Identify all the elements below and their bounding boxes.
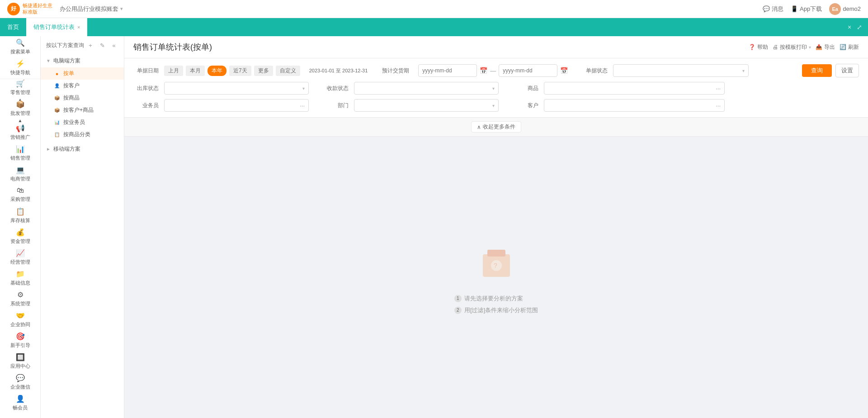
date-btn-7days[interactable]: 近7天	[229, 66, 251, 76]
print-caret-icon: ▾	[809, 45, 811, 50]
tab-close-btn[interactable]: ×	[77, 24, 80, 30]
print-btn[interactable]: 🖨 按模板打印 ▾	[773, 43, 811, 51]
wechat-icon: 💬	[16, 374, 25, 382]
goods-ellipsis-btn[interactable]: ···	[716, 85, 721, 92]
filter-row-2: 出库状态 ▾ 收款状态 ▾ 商品 ···	[133, 82, 859, 95]
logo-area[interactable]: 好 畅捷通好生意 标准版	[7, 3, 52, 15]
salesman-input[interactable]: ···	[164, 99, 309, 112]
by-product-icon: 📦	[53, 95, 61, 102]
date-btn-last-month[interactable]: 上月	[164, 66, 183, 76]
maximize-window-btn[interactable]: ⤢	[856, 24, 863, 30]
query-btn[interactable]: 查询	[802, 64, 832, 77]
search-menu-icon: 🔍	[16, 38, 25, 47]
close-window-btn[interactable]: ×	[846, 24, 853, 30]
calendar-start-icon[interactable]: 📅	[480, 67, 487, 74]
page-actions: ❓ 帮助 🖨 按模板打印 ▾ 📤 导出 🔄 刷新	[749, 43, 859, 57]
sidebar-item-newguide[interactable]: 🎯 新手引导	[0, 330, 40, 351]
left-panel-header: 按以下方案查询 + ✎ «	[41, 36, 124, 52]
sidebar-item-basic[interactable]: 📁 基础信息	[0, 267, 40, 288]
mobile-expand-icon: ►	[46, 147, 51, 152]
tree-child-by-product[interactable]: 📦 按商品	[41, 92, 124, 104]
collection-status-select[interactable]: ▾	[354, 82, 499, 95]
sidebar-item-finance[interactable]: 💰 资金管理	[0, 226, 40, 247]
salesman-label: 业务员	[133, 102, 159, 109]
export-btn[interactable]: 📤 导出	[816, 43, 835, 51]
goods-filter-group: ···	[544, 82, 859, 95]
collapse-icon: ∧	[477, 124, 481, 130]
sidebar-item-ecom[interactable]: 💻 电商管理	[0, 163, 40, 184]
message-btn[interactable]: 💬 消息	[763, 5, 783, 13]
customer-filter-group: ···	[544, 99, 859, 112]
dept-select[interactable]: ▾	[354, 99, 499, 112]
date-btn-this-month[interactable]: 本月	[186, 66, 205, 76]
sidebar-item-wholesale[interactable]: 📦 批发管理 ▲	[0, 101, 40, 122]
date-btn-this-year[interactable]: 本年	[208, 66, 226, 76]
tree-parent-mobile[interactable]: ► 移动端方案	[41, 142, 124, 156]
app-download-btn[interactable]: 📱 App下载	[791, 5, 822, 13]
user-area[interactable]: Ea demo2	[829, 3, 861, 15]
tree-child-by-category[interactable]: 📋 按商品分类	[41, 128, 124, 141]
operation-icon: 📈	[16, 249, 25, 257]
filter-row-1: 单据日期 上月 本月 本年 近7天 更多 自定义 2023-01-01 至 20…	[133, 64, 859, 77]
tab-sales-stat[interactable]: 销售订单统计表 ×	[26, 18, 87, 36]
dept-caret-icon: ▾	[492, 103, 495, 108]
status-select[interactable]: ▾	[613, 64, 749, 77]
sidebar-item-enterprise[interactable]: 🤝 企业协同	[0, 309, 40, 330]
date-btn-custom[interactable]: 自定义	[276, 66, 300, 76]
desktop-expand-icon: ▼	[46, 58, 51, 63]
sidebar-item-inventory[interactable]: 📋 库存核算	[0, 205, 40, 226]
sidebar-item-operation[interactable]: 📈 经营管理	[0, 247, 40, 267]
left-panel-title: 按以下方案查询	[46, 42, 84, 49]
sidebar-item-retail[interactable]: 🛒 零售管理 ▲	[0, 80, 40, 101]
expected-date-end[interactable]	[499, 64, 557, 77]
collection-caret-icon: ▾	[492, 86, 495, 91]
tree-child-by-customer[interactable]: 👤 按客户	[41, 80, 124, 92]
date-range-display: 2023-01-01 至 2023-12-31	[309, 67, 368, 74]
sidebar-item-purchase[interactable]: 🛍 采购管理	[0, 184, 40, 205]
ship-status-select[interactable]: ▾	[164, 82, 309, 95]
sidebar-item-wechat[interactable]: 💬 企业微信	[0, 371, 40, 392]
reset-btn[interactable]: 设置	[835, 64, 859, 77]
ship-status-label: 出库状态	[133, 85, 159, 92]
tip-1-num: 1	[454, 295, 462, 302]
logo-text: 畅捷通好生意 标准版	[23, 3, 52, 14]
sidebar-item-system[interactable]: ⚙ 系统管理	[0, 288, 40, 309]
collapse-panel-btn[interactable]: «	[109, 41, 118, 50]
expected-date-start[interactable]	[418, 64, 477, 77]
edit-scheme-btn[interactable]: ✎	[98, 41, 107, 50]
sidebar-item-quick-nav[interactable]: ⚡ 快捷导航	[0, 57, 40, 78]
topbar-right: 💬 消息 📱 App下载 Ea demo2	[763, 3, 861, 15]
tree-child-by-salesman[interactable]: 📊 按业务员	[41, 116, 124, 128]
sidebar-item-appstore[interactable]: 🔲 应用中心	[0, 351, 40, 371]
sidebar-item-member[interactable]: 👤 畅会员	[0, 392, 40, 413]
app-title[interactable]: 办公用品行业模拟账套 ▾	[60, 5, 123, 13]
by-salesman-icon: 📊	[53, 119, 61, 126]
page-header: 销售订单统计表(按单) ❓ 帮助 🖨 按模板打印 ▾ 📤 导出	[124, 36, 868, 58]
tree-parent-desktop[interactable]: ▼ 电脑端方案	[41, 54, 124, 67]
left-panel-actions: + ✎ «	[86, 41, 118, 50]
tip-2-text: 用[过滤]条件来缩小分析范围	[464, 306, 538, 314]
tree-child-by-cust-prod[interactable]: 📦 按客户+商品	[41, 104, 124, 116]
sidebar-item-marketing[interactable]: 📢 营销推广	[0, 122, 40, 142]
by-customer-icon: 👤	[53, 82, 61, 90]
svg-rect-1	[487, 250, 505, 256]
help-btn[interactable]: ❓ 帮助	[749, 43, 768, 51]
salesman-ellipsis-btn[interactable]: ···	[300, 102, 305, 109]
sidebar-item-search-menu[interactable]: 🔍 搜索菜单	[0, 36, 40, 57]
date-btn-more[interactable]: 更多	[254, 66, 273, 76]
empty-illustration: ?	[474, 241, 519, 287]
customer-input[interactable]: ···	[544, 99, 725, 112]
collapse-row: ∧ 收起更多条件	[124, 118, 868, 137]
goods-input[interactable]: ···	[544, 82, 725, 95]
collapse-conditions-btn[interactable]: ∧ 收起更多条件	[471, 121, 521, 133]
export-icon: 📤	[816, 44, 822, 50]
refresh-btn[interactable]: 🔄 刷新	[840, 43, 859, 51]
sidebar-item-sales[interactable]: 📊 销售管理	[0, 142, 40, 163]
customer-ellipsis-btn[interactable]: ···	[716, 102, 721, 109]
calendar-end-icon[interactable]: 📅	[560, 67, 568, 74]
window-controls: × ⤢	[846, 24, 868, 30]
tree-child-by-order[interactable]: ● 按单	[41, 67, 124, 80]
expected-date-group: 📅 — 📅	[418, 64, 568, 77]
add-scheme-btn[interactable]: +	[86, 41, 95, 50]
tab-home[interactable]: 首页	[0, 18, 26, 36]
